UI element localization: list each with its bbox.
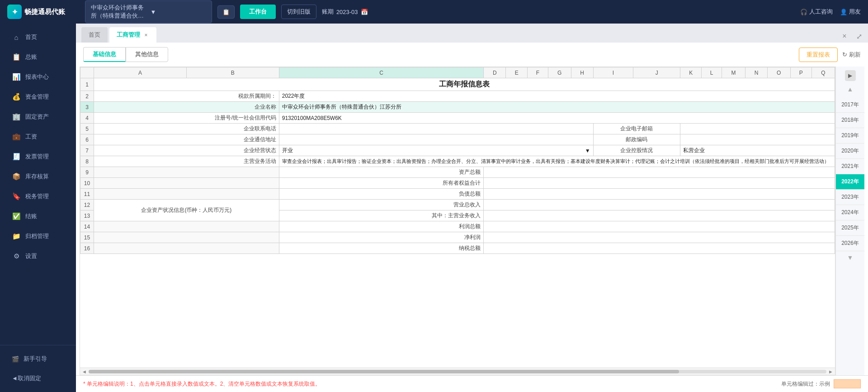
col-header-l[interactable]: L [702,67,722,78]
reset-button[interactable]: 重置报表 [799,48,838,62]
sidebar-item-invoice[interactable]: 🧾 发票管理 [3,147,73,166]
sidebar-label-guide: 新手引导 [24,355,47,363]
col-header-p[interactable]: P [790,67,812,78]
sidebar-item-archive[interactable]: 📁 归档管理 [3,227,73,246]
sidebar-item-tax[interactable]: 🔖 税务管理 [3,187,73,206]
year-item-2018[interactable]: 2018年 [836,113,864,128]
col-header-j[interactable]: J [633,67,680,78]
sidebar-item-payroll[interactable]: 💼 工资 [3,127,73,146]
year-item-2020[interactable]: 2020年 [836,143,864,159]
col-header-k[interactable]: K [680,67,702,78]
cell-tax-value[interactable] [484,243,835,254]
cell-profit-label: 利润总额 [279,221,484,232]
cell-shareholding-value[interactable]: 私营企业 [680,145,835,156]
sidebar-label-close: 结账 [25,212,37,220]
year-item-2021[interactable]: 2021年 [836,159,864,174]
cell-assets-value[interactable] [484,167,835,178]
toolbar-actions: 重置报表 ↻ 刷新 [799,48,861,62]
year-item-2023[interactable]: 2023年 [836,190,864,205]
cell-netprofit-value[interactable] [484,232,835,243]
sidebar-item-finance[interactable]: 💰 资金管理 [3,87,73,106]
cell-profit-value[interactable] [484,221,835,232]
period-area: 账期 2023-03 📅 [322,8,368,16]
cell-empty-a11 [94,189,279,200]
col-header-e[interactable]: E [506,67,528,78]
col-header-d[interactable]: D [484,67,506,78]
cell-company-value[interactable]: 中审众环会计师事务所（特殊普通合伙）江苏分所 [279,102,835,113]
page-footer: * 单元格编辑说明：1、点击单元格直接录入数值或文本。2、清空单元格数值或文本恢… [76,375,868,392]
tab-close-icon[interactable]: × [143,32,149,38]
copy-button[interactable]: 📋 [217,5,235,19]
col-header-q[interactable]: Q [812,67,835,78]
year-item-2022[interactable]: 2022年 [836,174,864,190]
cell-regcode-value[interactable]: 91320100MA208E5W6K [279,113,835,124]
cell-address-value[interactable] [279,134,593,145]
year-item-2026[interactable]: 2026年 [836,236,864,251]
panel-down-icon[interactable]: ▼ [844,251,856,264]
col-header-g[interactable]: G [548,67,571,78]
company-selector[interactable]: 中审众环会计师事务所（特殊普通合伙… ▼ [85,0,212,23]
year-item-2025[interactable]: 2025年 [836,220,864,236]
cell-phone-value[interactable] [279,124,593,134]
scrollbar-track[interactable] [89,370,826,373]
sidebar-item-inventory[interactable]: 📦 库存核算 [3,167,73,186]
sub-tab-basic[interactable]: 基础信息 [83,47,126,62]
sidebar-unpin[interactable]: ◄取消固定 [3,369,73,388]
cell-revenue-value[interactable] [484,200,835,210]
sub-tab-other[interactable]: 其他信息 [126,47,168,62]
refresh-icon: ↻ [842,51,847,58]
sidebar-item-ledger[interactable]: 📋 总账 [3,48,73,67]
col-header-i[interactable]: I [593,67,633,78]
sidebar-item-settings[interactable]: ⚙ 设置 [3,247,73,266]
table-row: 16 纳税总额 [80,243,835,254]
scrollbar-thumb[interactable] [89,370,679,373]
scroll-left-icon[interactable]: ◄ [82,369,87,374]
old-version-button[interactable]: 切到旧版 [281,5,316,19]
cell-liabilities-value[interactable] [484,189,835,200]
tab-business[interactable]: 工商管理 × [109,27,156,43]
service-item[interactable]: 🎧 人工咨询 [800,8,833,16]
col-header-a[interactable]: A [94,67,187,78]
panel-up-icon[interactable]: ▲ [844,83,856,96]
panel-collapse-btn[interactable]: ▶ [845,70,856,81]
col-header-c[interactable]: C [279,67,484,78]
cell-equity-value[interactable] [484,178,835,189]
cell-activity-value[interactable]: 审查企业会计报表；出具审计报告；验证企业资本；出具验资报告；办理企业合开、分立、… [279,156,835,167]
col-header-o[interactable]: O [768,67,791,78]
cell-email-value[interactable] [680,124,835,134]
panel-top-arrows: ▶ ▲ [843,68,858,96]
workbench-button[interactable]: 工作台 [240,5,276,19]
cell-status-value[interactable]: 开业 ▼ [279,145,593,156]
cell-period-value[interactable]: 2022年度 [279,91,835,102]
sidebar-item-reports[interactable]: 📊 报表中心 [3,67,73,86]
year-item-2019[interactable]: 2019年 [836,128,864,143]
year-item-2024[interactable]: 2024年 [836,205,864,220]
col-header-h[interactable]: H [571,67,593,78]
col-header-f[interactable]: F [527,67,548,78]
col-header-m[interactable]: M [722,67,745,78]
company-name: 中审众环会计师事务所（特殊普通合伙… [91,4,146,20]
table-row: 1 工商年报信息表 [80,78,835,91]
user-item[interactable]: 👤 用友 [840,8,861,16]
scroll-right-icon[interactable]: ► [828,369,833,374]
col-header-b[interactable]: B [186,67,279,78]
refresh-button[interactable]: ↻ 刷新 [842,51,861,59]
sidebar-item-home[interactable]: ⌂ 首页 [3,28,73,47]
horizontal-scrollbar[interactable]: ◄ ► [80,368,835,375]
sidebar-label-ledger: 总账 [25,53,37,61]
tab-home[interactable]: 首页 [81,27,108,43]
sidebar-item-close[interactable]: ✅ 结账 [3,207,73,226]
cell-main-revenue-value[interactable] [484,210,835,221]
cell-postal-value[interactable] [680,134,835,145]
sidebar-label-invoice: 发票管理 [25,153,49,161]
top-header: ✦ 畅捷通易代账 中审众环会计师事务所（特殊普通合伙… ▼ 📋 工作台 切到旧版… [0,0,868,24]
sidebar-item-guide[interactable]: 🎬 新手引导 [3,349,73,368]
calendar-icon[interactable]: 📅 [361,9,368,15]
sidebar-item-assets[interactable]: 🏢 固定资产 [3,107,73,126]
cell-title[interactable]: 工商年报信息表 [94,78,835,91]
home-icon: ⌂ [12,33,21,41]
spreadsheet-container[interactable]: A B C D E F G H I J [80,67,835,368]
tab-home-label: 首页 [89,31,100,39]
col-header-n[interactable]: N [745,67,767,78]
year-item-2017[interactable]: 2017年 [836,97,864,113]
